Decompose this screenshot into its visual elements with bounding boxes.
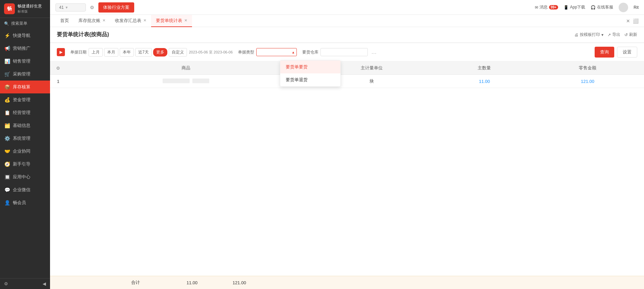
sidebar-item-sales[interactable]: 📊销售管理 (0, 55, 50, 68)
nav-icon-guide: 🧭 (4, 161, 10, 167)
expand-tabs-icon[interactable]: ⬜ (633, 18, 639, 24)
tab-close-order-stat[interactable]: ✕ (184, 18, 187, 23)
settings-button[interactable]: 设置 (617, 47, 637, 58)
table-row: 1 块 11.00 121.00 (50, 75, 644, 88)
sidebar-item-member[interactable]: 👤畅会员 (0, 196, 50, 209)
nav-icon-marketing: 📢 (4, 46, 10, 51)
sidebar-item-system[interactable]: ⚙️系统管理 (0, 132, 50, 145)
sidebar-item-inventory[interactable]: 📦库存核算 (0, 81, 50, 93)
sidebar-bottom: ⚙ ◀ (0, 278, 50, 289)
dropdown-item-order[interactable]: 要货单要货 (280, 61, 340, 73)
page-title: 要货单统计表(按商品) (57, 31, 109, 38)
tabs-bar: 首页库存批次账 ✕收发存汇总表 ✕要货单统计表 ✕ ✕ ⬜ (50, 15, 644, 27)
user-avatar[interactable] (619, 3, 628, 12)
online-service-button[interactable]: 🎧 在线客服 (591, 4, 613, 10)
sidebar-item-quick-nav[interactable]: ⚡快捷导航 (0, 29, 50, 42)
sidebar-item-purchase[interactable]: 🛒采购管理 (0, 68, 50, 81)
filter-bar: ▶ 单据日期 上月 本月 本年 近7天 更多 自定义 2023-05-06 至 … (50, 43, 644, 61)
sidebar-item-marketing[interactable]: 📢营销推广 (0, 42, 50, 55)
tab-label-summary: 收发存汇总表 (115, 18, 141, 24)
chevron-down-icon: ▾ (66, 5, 68, 10)
table-container: ⚙ 商品 主计量单位 主数量 零售金额 1 块 11.00 121.00 (50, 62, 644, 276)
type-select-wrapper: ▲ (256, 48, 297, 56)
sidebar-item-operation[interactable]: 📋经营管理 (0, 106, 50, 119)
close-all-tabs-icon[interactable]: ✕ (626, 18, 630, 24)
app-download-button[interactable]: 📱 App下载 (564, 4, 585, 10)
col-header-qty: 主数量 (438, 62, 531, 75)
this-year-btn[interactable]: 本年 (120, 48, 134, 57)
topbar-right: ✉ 消息 99+ 📱 App下载 🎧 在线客服 Rit (535, 3, 639, 12)
sidebar-item-finance[interactable]: 💰资金管理 (0, 93, 50, 106)
tab-label-order-stat: 要货单统计表 (156, 18, 182, 24)
trial-button[interactable]: 体验行业方案 (98, 2, 134, 13)
date-filter-group: 单据日期 上月 本月 本年 近7天 更多 自定义 2023-05-06 至 20… (70, 48, 233, 57)
search-icon: 🔍 (4, 21, 9, 26)
this-month-btn[interactable]: 本月 (104, 48, 118, 57)
main-area: 41 ▾ ⚙ 体验行业方案 ✉ 消息 99+ 📱 App下载 🎧 在线客服 Ri… (50, 0, 644, 289)
table-footer: 合计 11.00 121.00 (50, 276, 644, 289)
company-id-selector[interactable]: 41 ▾ (55, 3, 86, 12)
type-select[interactable] (256, 48, 297, 56)
chevron-down-icon: ▾ (601, 32, 603, 37)
tabs-end: ✕ ⬜ (626, 18, 639, 24)
type-label: 单据类型 (238, 49, 254, 55)
tab-home[interactable]: 首页 (55, 15, 74, 27)
filter-expand-button[interactable]: ▶ (57, 48, 65, 56)
product-name-0 (192, 79, 209, 83)
table-settings-icon[interactable]: ⚙ (50, 62, 66, 75)
print-template-button[interactable]: 🖨 按模板打印 ▾ (574, 32, 603, 38)
tab-close-batch-account[interactable]: ✕ (102, 18, 105, 23)
tab-close-summary[interactable]: ✕ (143, 18, 146, 23)
gear-icon[interactable]: ⚙ (90, 5, 94, 10)
tab-summary[interactable]: 收发存汇总表 ✕ (110, 15, 151, 27)
logo-text: 畅捷通好生意 标准版 (18, 4, 42, 14)
refresh-button[interactable]: ↺ 刷新 (624, 32, 637, 38)
settings-icon[interactable]: ⚙ (4, 281, 8, 286)
col-header-amount: 零售金额 (531, 62, 644, 75)
collapse-sidebar-icon[interactable]: ◀ (43, 281, 46, 286)
last-month-btn[interactable]: 上月 (89, 48, 103, 57)
tab-label-batch-account: 库存批次账 (78, 18, 100, 24)
nav-icon-purchase: 🛒 (4, 71, 10, 77)
page-actions: 🖨 按模板打印 ▾ ↗ 导出 ↺ 刷新 (574, 32, 637, 38)
sidebar-nav: ⚡快捷导航📢营销推广📊销售管理🛒采购管理📦库存核算💰资金管理📋经营管理🗂️基础信… (0, 29, 50, 278)
refresh-icon: ↺ (624, 32, 628, 37)
search-menu[interactable]: 🔍 搜索菜单 (0, 18, 50, 29)
tab-order-stat[interactable]: 要货单统计表 ✕ (151, 15, 192, 27)
date-label: 单据日期 (70, 49, 87, 55)
company-id-number: 41 (59, 5, 64, 10)
sidebar-item-appcenter[interactable]: 🔲应用中心 (0, 171, 50, 183)
phone-icon: 📱 (564, 5, 569, 10)
sidebar-item-basic[interactable]: 🗂️基础信息 (0, 119, 50, 132)
export-icon: ↗ (607, 32, 611, 37)
sidebar-logo: 畅 畅捷通好生意 标准版 (0, 0, 50, 18)
nav-icon-operation: 📋 (4, 110, 10, 115)
dropdown-item-return[interactable]: 要货单退货 (280, 73, 340, 86)
last-7-days-btn[interactable]: 近7天 (135, 48, 152, 57)
product-placeholder-0 (163, 79, 190, 83)
topbar: 41 ▾ ⚙ 体验行业方案 ✉ 消息 99+ 📱 App下载 🎧 在线客服 Ri… (50, 0, 644, 15)
more-presets-btn[interactable]: 更多 (153, 48, 167, 57)
user-name: Rit (634, 5, 639, 10)
sidebar-item-wechat[interactable]: 💬企业微信 (0, 183, 50, 196)
bottom-icons: ⚙ (4, 281, 8, 286)
nav-icon-system: ⚙️ (4, 136, 10, 141)
tab-batch-account[interactable]: 库存批次账 ✕ (74, 15, 110, 27)
more-filter-icon[interactable]: … (371, 49, 377, 55)
nav-icon-basic: 🗂️ (4, 123, 10, 128)
messages-button[interactable]: ✉ 消息 99+ (535, 4, 558, 10)
sidebar-item-enterprise[interactable]: 🤝企业协同 (0, 145, 50, 158)
date-range-text: 2023-05-06 至 2023-06-06 (189, 50, 233, 55)
type-filter-group: 单据类型 ▲ (238, 48, 297, 56)
custom-date-btn[interactable]: 自定义 (169, 48, 187, 57)
cell-qty-0: 11.00 (438, 75, 531, 88)
data-table: ⚙ 商品 主计量单位 主数量 零售金额 1 块 11.00 121.00 (50, 62, 644, 88)
export-button[interactable]: ↗ 导出 (607, 32, 620, 38)
date-presets: 上月 本月 本年 近7天 更多 自定义 (89, 48, 187, 57)
query-button[interactable]: 查询 (595, 47, 614, 58)
nav-icon-finance: 💰 (4, 97, 10, 103)
page-header: 要货单统计表(按商品) 🖨 按模板打印 ▾ ↗ 导出 ↺ 刷新 (50, 27, 644, 43)
warehouse-select[interactable] (320, 48, 368, 56)
nav-icon-enterprise: 🤝 (4, 149, 10, 154)
sidebar-item-guide[interactable]: 🧭新手引导 (0, 158, 50, 171)
